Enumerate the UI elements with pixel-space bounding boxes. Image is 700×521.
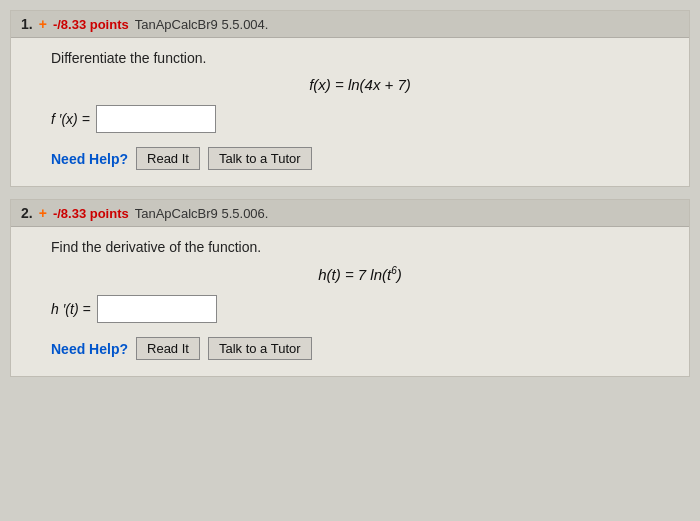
question-2-formula: h(t) = 7 ln(t6) [51,265,669,283]
question-1-number: 1. [21,16,33,32]
question-1-talk-to-tutor-button[interactable]: Talk to a Tutor [208,147,312,170]
question-2-points: -/8.33 points [53,206,129,221]
question-1-help-row: Need Help? Read It Talk to a Tutor [51,147,669,170]
question-1-input[interactable] [96,105,216,133]
question-2-body: Find the derivative of the function. h(t… [11,227,689,376]
plus-icon-1: + [39,16,47,32]
question-2-source: TanApCalcBr9 5.5.006. [135,206,269,221]
question-1-instruction: Differentiate the function. [51,50,669,66]
question-1-source: TanApCalcBr9 5.5.004. [135,17,269,32]
question-1: 1. + -/8.33 points TanApCalcBr9 5.5.004.… [10,10,690,187]
question-2-instruction: Find the derivative of the function. [51,239,669,255]
question-1-read-it-button[interactable]: Read It [136,147,200,170]
question-2-header: 2. + -/8.33 points TanApCalcBr9 5.5.006. [11,200,689,227]
question-2: 2. + -/8.33 points TanApCalcBr9 5.5.006.… [10,199,690,377]
question-2-input[interactable] [97,295,217,323]
question-2-help-row: Need Help? Read It Talk to a Tutor [51,337,669,360]
question-1-formula: f(x) = ln(4x + 7) [51,76,669,93]
question-2-answer-label: h ′(t) = [51,301,91,317]
question-1-answer-row: f ′(x) = [51,105,669,133]
question-1-answer-label: f ′(x) = [51,111,90,127]
question-2-number: 2. [21,205,33,221]
question-2-answer-row: h ′(t) = [51,295,669,323]
question-2-talk-to-tutor-button[interactable]: Talk to a Tutor [208,337,312,360]
plus-icon-2: + [39,205,47,221]
question-2-read-it-button[interactable]: Read It [136,337,200,360]
question-2-need-help: Need Help? [51,341,128,357]
formula-text-1: f(x) = ln(4x + 7) [309,76,411,93]
formula-text-2: h(t) = 7 ln(t6) [318,266,402,283]
question-1-header: 1. + -/8.33 points TanApCalcBr9 5.5.004. [11,11,689,38]
question-1-body: Differentiate the function. f(x) = ln(4x… [11,38,689,186]
question-1-need-help: Need Help? [51,151,128,167]
question-1-points: -/8.33 points [53,17,129,32]
